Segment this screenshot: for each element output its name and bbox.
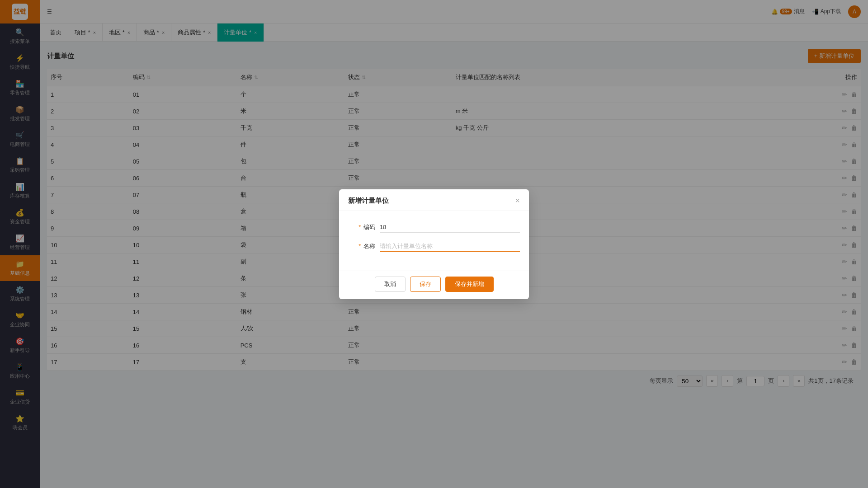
modal-footer: 取消 保存 保存并新增 (339, 271, 529, 299)
modal-close-button[interactable]: × (515, 197, 520, 205)
save-add-button[interactable]: 保存并新增 (445, 277, 494, 292)
form-row-name: * 名称 (348, 241, 520, 252)
name-input[interactable] (380, 241, 520, 252)
modal-overlay: 新增计量单位 × * 编码 * 名称 取消 保存 保存并新增 (0, 0, 868, 488)
modal-body: * 编码 * 名称 (339, 211, 529, 271)
code-input[interactable] (380, 222, 520, 233)
add-unit-modal: 新增计量单位 × * 编码 * 名称 取消 保存 保存并新增 (339, 189, 529, 299)
required-mark: * (359, 224, 361, 230)
modal-title: 新增计量单位 (348, 197, 389, 205)
cancel-button[interactable]: 取消 (375, 277, 406, 292)
save-button[interactable]: 保存 (410, 277, 441, 292)
required-mark-name: * (359, 243, 361, 249)
code-label: * 编码 (348, 223, 375, 231)
form-row-code: * 编码 (348, 222, 520, 233)
modal-header: 新增计量单位 × (339, 189, 529, 211)
name-label: * 名称 (348, 242, 375, 250)
